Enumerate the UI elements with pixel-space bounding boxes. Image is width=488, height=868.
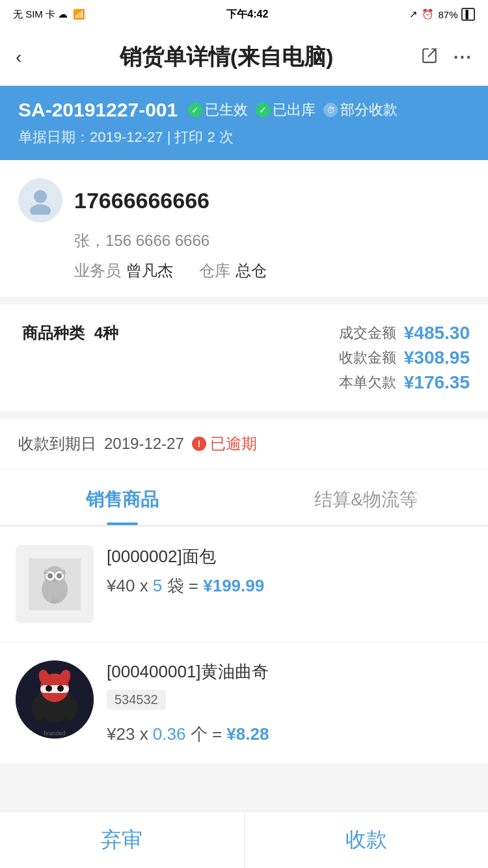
customer-avatar bbox=[18, 178, 62, 223]
more-icon[interactable]: ··· bbox=[454, 47, 472, 68]
product-qty-2: 0.36 bbox=[153, 724, 186, 744]
product-name-2: [000400001]黄油曲奇 bbox=[107, 660, 472, 683]
location-icon: ↗ bbox=[409, 8, 418, 20]
status-time: 下午4:42 bbox=[226, 8, 268, 21]
share-icon[interactable] bbox=[421, 47, 438, 68]
cancel-button[interactable]: 弃审 bbox=[0, 811, 245, 868]
tabs-container: 销售商品 结算&物流等 bbox=[0, 469, 488, 526]
product-circular-thumb: branded bbox=[16, 660, 94, 739]
battery-icon: ▌ bbox=[461, 8, 475, 21]
payment-due-label: 收款到期日 bbox=[18, 433, 96, 454]
received-label: 收款金额 bbox=[339, 348, 396, 368]
svg-point-17 bbox=[46, 685, 52, 692]
customer-section: 17666666666 张，156 6666 6666 业务员 曾凡杰 仓库 总… bbox=[0, 160, 488, 297]
received-value: ¥308.95 bbox=[404, 347, 470, 368]
product-total-1: ¥199.99 bbox=[203, 576, 264, 595]
product-info-2: [000400001]黄油曲奇 534532 ¥23 x 0.36 个 = ¥8… bbox=[107, 660, 472, 746]
svg-point-8 bbox=[57, 573, 62, 578]
bottom-actions: 弃审 收款 bbox=[0, 811, 488, 868]
owed-label: 本单欠款 bbox=[339, 373, 396, 392]
salesperson-value: 曾凡杰 bbox=[126, 260, 173, 281]
product-types-item: 商品种类 4种 bbox=[18, 323, 118, 344]
customer-meta: 业务员 曾凡杰 仓库 总仓 bbox=[18, 260, 470, 281]
warehouse-label: 仓库 bbox=[199, 260, 230, 281]
tab-settlement[interactable]: 结算&物流等 bbox=[244, 469, 488, 525]
amount-value: ¥485.30 bbox=[404, 323, 470, 344]
collect-button[interactable]: 收款 bbox=[245, 811, 489, 868]
salesperson-label: 业务员 bbox=[74, 260, 121, 281]
product-total-2: ¥8.28 bbox=[226, 724, 269, 744]
svg-point-18 bbox=[57, 685, 64, 692]
badge-effective: ✓ 已生效 bbox=[188, 100, 248, 120]
payment-due-date: 2019-12-27 bbox=[104, 435, 184, 453]
wifi-icon: 📶 bbox=[73, 8, 85, 20]
product-info-1: [0000002]面包 ¥40 x 5 袋 = ¥199.99 bbox=[107, 545, 472, 597]
svg-point-0 bbox=[34, 190, 47, 203]
svg-text:branded: branded bbox=[44, 730, 65, 737]
badge-partial: ⏱ 部分收款 bbox=[323, 100, 398, 120]
back-button[interactable]: ‹ bbox=[16, 47, 21, 68]
page-title: 销货单详情(来自电脑) bbox=[32, 42, 420, 72]
amount-row: 成交金额 ¥485.30 bbox=[339, 323, 470, 344]
customer-row: 17666666666 bbox=[18, 178, 470, 223]
summary-left: 商品种类 4种 bbox=[18, 323, 118, 346]
check-icon-2: ✓ bbox=[256, 103, 270, 117]
customer-name: 17666666666 bbox=[74, 188, 210, 213]
svg-point-7 bbox=[47, 573, 53, 578]
product-sku-tag: 534532 bbox=[107, 690, 166, 710]
product-name-1: [0000002]面包 bbox=[107, 545, 472, 568]
overdue-text: 已逾期 bbox=[210, 433, 257, 454]
svg-rect-16 bbox=[40, 685, 69, 693]
salesperson-meta: 业务员 曾凡杰 bbox=[74, 260, 173, 281]
nav-actions: ··· bbox=[421, 47, 472, 68]
customer-sub: 张，156 6666 6666 bbox=[18, 230, 470, 251]
status-right: ↗ ⏰ 87% ▌ bbox=[409, 8, 475, 21]
order-banner: SA-20191227-001 ✓ 已生效 ✓ 已出库 ⏱ 部分收款 单据日期：… bbox=[0, 86, 488, 160]
owed-row: 本单欠款 ¥176.35 bbox=[339, 372, 470, 393]
order-id: SA-20191227-001 bbox=[18, 99, 178, 121]
summary-section: 商品种类 4种 成交金额 ¥485.30 收款金额 ¥308.95 本单欠款 ¥… bbox=[0, 305, 488, 411]
amount-label: 成交金额 bbox=[339, 323, 396, 343]
product-item-2: branded [000400001]黄油曲奇 534532 ¥23 x 0.3… bbox=[0, 642, 488, 765]
product-price-1: ¥40 x 5 袋 = ¥199.99 bbox=[107, 575, 472, 597]
status-bar: 无 SIM 卡 ☁ 📶 下午4:42 ↗ ⏰ 87% ▌ bbox=[0, 0, 488, 29]
battery-level: 87% bbox=[438, 9, 457, 20]
clock-icon: ⏱ bbox=[323, 103, 338, 117]
owed-value: ¥176.35 bbox=[404, 372, 470, 393]
warehouse-meta: 仓库 总仓 bbox=[199, 260, 267, 281]
product-thumb-2: branded bbox=[16, 660, 94, 739]
payment-due-section: 收款到期日 2019-12-27 ! 已逾期 bbox=[0, 419, 488, 469]
order-date: 单据日期：2019-12-27 | 打印 2 次 bbox=[18, 128, 470, 147]
svg-text:品+: 品+ bbox=[51, 598, 59, 604]
svg-point-1 bbox=[30, 204, 51, 215]
order-banner-top: SA-20191227-001 ✓ 已生效 ✓ 已出库 ⏱ 部分收款 bbox=[18, 99, 470, 121]
overdue-icon: ! bbox=[192, 437, 206, 451]
badge-shipped: ✓ 已出库 bbox=[256, 100, 316, 120]
warehouse-value: 总仓 bbox=[236, 260, 267, 281]
order-badges: ✓ 已生效 ✓ 已出库 ⏱ 部分收款 bbox=[188, 100, 398, 120]
received-row: 收款金额 ¥308.95 bbox=[339, 347, 470, 368]
product-item-1: 品+ [0000002]面包 ¥40 x 5 袋 = ¥199.99 bbox=[0, 527, 488, 642]
product-qty-1: 5 bbox=[153, 576, 162, 595]
sim-status: 无 SIM 卡 ☁ bbox=[13, 8, 68, 21]
check-icon-1: ✓ bbox=[188, 103, 202, 117]
alarm-icon: ⏰ bbox=[422, 8, 434, 20]
status-left: 无 SIM 卡 ☁ 📶 bbox=[13, 8, 85, 21]
overdue-badge: ! 已逾期 bbox=[192, 433, 257, 454]
product-thumb-1: 品+ bbox=[16, 545, 94, 623]
nav-bar: ‹ 销货单详情(来自电脑) ··· bbox=[0, 29, 488, 86]
tab-sales-products[interactable]: 销售商品 bbox=[0, 469, 244, 525]
summary-right: 成交金额 ¥485.30 收款金额 ¥308.95 本单欠款 ¥176.35 bbox=[339, 323, 470, 393]
products-section: 品+ [0000002]面包 ¥40 x 5 袋 = ¥199.99 bbox=[0, 527, 488, 765]
product-price-2: ¥23 x 0.36 个 = ¥8.28 bbox=[107, 723, 472, 746]
